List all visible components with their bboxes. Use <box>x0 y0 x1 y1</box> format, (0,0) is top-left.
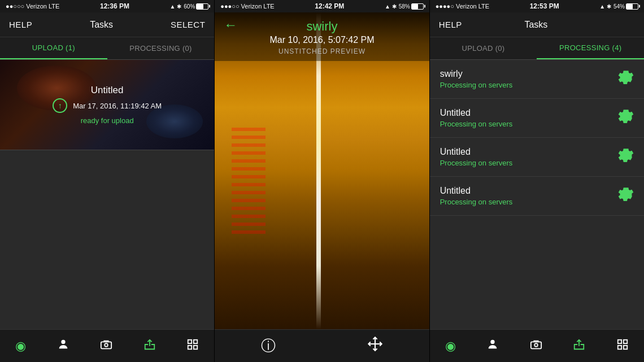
upload-title: Untitled <box>91 85 124 96</box>
battery-1: 60% <box>184 3 208 10</box>
gear-icon-1[interactable] <box>618 108 634 128</box>
share-icon-1[interactable] <box>143 338 156 354</box>
nav-help-3[interactable]: HELP <box>439 20 462 29</box>
signal-icon-2: ▲ ✱ <box>385 3 397 10</box>
sphere-icon-3[interactable]: ◉ <box>445 339 456 354</box>
nav-title-3: Tasks <box>524 20 547 30</box>
sphere-icon-1[interactable]: ◉ <box>15 339 26 354</box>
svg-rect-13 <box>624 339 627 343</box>
processing-name-3: Untitled <box>440 186 618 196</box>
svg-rect-12 <box>617 339 621 343</box>
processing-item-0[interactable]: swirly Processing on servers <box>430 60 644 99</box>
share-icon-3[interactable] <box>573 338 585 354</box>
tab-bar-3: UPLOAD (0) PROCESSING (4) <box>430 37 644 60</box>
processing-name-2: Untitled <box>440 147 618 157</box>
image-header: ← swirly Mar 10, 2016, 5:07:42 PM UNSTIT… <box>215 12 429 61</box>
nav-bar-1: HELP Tasks SELECT <box>0 12 214 37</box>
status-bar-1: ●●○○○ Verizon LTE 12:36 PM ▲ ✱ 60% <box>0 0 214 12</box>
panel-3: ●●●●○ Verizon LTE 12:53 PM ▲ ✱ 54% HELP … <box>430 0 644 362</box>
person-icon-3[interactable] <box>486 338 499 354</box>
person-icon-1[interactable] <box>57 338 69 354</box>
nav-select-1[interactable]: SELECT <box>171 20 205 29</box>
signal-icon-3: ▲ ✱ <box>599 3 611 10</box>
layers-icon-3[interactable] <box>616 338 629 354</box>
svg-rect-5 <box>188 345 192 348</box>
status-icons-1: ▲ ✱ 60% <box>170 3 209 10</box>
status-icons-2: ▲ ✱ 58% <box>385 3 424 10</box>
bottom-nav-2: ⓘ <box>215 329 429 362</box>
tab-upload-1[interactable]: UPLOAD (1) <box>0 37 107 59</box>
carrier-2: ●●●○○ Verizon LTE <box>220 3 274 10</box>
svg-point-2 <box>105 343 108 347</box>
move-icon-2[interactable] <box>367 336 383 356</box>
battery-2: 58% <box>399 3 424 10</box>
signal-icon-1: ▲ ✱ <box>170 3 182 10</box>
image-name: swirly <box>226 19 417 34</box>
upload-item-1[interactable]: Untitled ↑ Mar 17, 2016, 11:19:42 AM rea… <box>0 60 214 150</box>
svg-rect-6 <box>194 345 197 348</box>
processing-status-1: Processing on servers <box>440 120 618 128</box>
processing-text-1: Untitled Processing on servers <box>440 108 618 128</box>
upload-date-row: ↑ Mar 17, 2016, 11:19:42 AM <box>53 98 162 113</box>
bottom-nav-1: ◉ <box>0 329 214 362</box>
image-container[interactable]: ← swirly Mar 10, 2016, 5:07:42 PM UNSTIT… <box>215 12 429 329</box>
tab-bar-1: UPLOAD (1) PROCESSING (0) <box>0 37 214 60</box>
processing-name-0: swirly <box>440 69 618 79</box>
layers-icon-1[interactable] <box>186 338 199 354</box>
status-bar-2: ●●●○○ Verizon LTE 12:42 PM ▲ ✱ 58% <box>215 0 429 12</box>
camera-icon-3[interactable] <box>530 338 542 354</box>
nav-bar-3: HELP Tasks <box>430 12 644 37</box>
processing-item-1[interactable]: Untitled Processing on servers <box>430 99 644 138</box>
bottom-nav-3: ◉ <box>430 329 644 362</box>
panel-2: ●●●○○ Verizon LTE 12:42 PM ▲ ✱ 58% ← swi… <box>215 0 429 362</box>
svg-rect-3 <box>188 339 192 343</box>
processing-status-0: Processing on servers <box>440 81 618 89</box>
panel-1: ●●○○○ Verizon LTE 12:36 PM ▲ ✱ 60% HELP … <box>0 0 214 362</box>
processing-item-3[interactable]: Untitled Processing on servers <box>430 177 644 216</box>
time-3: 12:53 PM <box>530 2 559 10</box>
svg-rect-1 <box>101 342 111 348</box>
upload-arrow-icon: ↑ <box>53 98 67 113</box>
nav-title-1: Tasks <box>90 20 113 30</box>
battery-3: 54% <box>613 3 638 10</box>
svg-point-0 <box>61 339 65 343</box>
upload-status: ready for upload <box>81 116 134 125</box>
processing-name-1: Untitled <box>440 108 618 118</box>
carrier-1: ●●○○○ Verizon LTE <box>6 3 59 10</box>
info-icon-2[interactable]: ⓘ <box>261 336 276 356</box>
tab-upload-3[interactable]: UPLOAD (0) <box>430 37 537 59</box>
tab-processing-1[interactable]: PROCESSING (0) <box>107 37 215 59</box>
processing-status-3: Processing on servers <box>440 198 618 206</box>
image-label: UNSTITCHED PREVIEW <box>226 47 417 55</box>
carrier-3: ●●●●○ Verizon LTE <box>436 3 489 10</box>
gear-icon-2[interactable] <box>618 147 634 167</box>
image-date: Mar 10, 2016, 5:07:42 PM <box>226 35 417 45</box>
nav-help-1[interactable]: HELP <box>9 20 32 29</box>
processing-list: swirly Processing on servers Untitled Pr… <box>430 60 644 329</box>
gear-icon-0[interactable] <box>618 69 634 89</box>
gear-icon-3[interactable] <box>618 186 634 206</box>
processing-item-2[interactable]: Untitled Processing on servers <box>430 138 644 177</box>
processing-status-2: Processing on servers <box>440 159 618 167</box>
upload-overlay: Untitled ↑ Mar 17, 2016, 11:19:42 AM rea… <box>0 60 214 150</box>
svg-rect-14 <box>617 345 621 348</box>
battery-bar-1 <box>196 3 208 10</box>
status-bar-3: ●●●●○ Verizon LTE 12:53 PM ▲ ✱ 54% <box>430 0 644 12</box>
tab-processing-3[interactable]: PROCESSING (4) <box>537 37 644 59</box>
battery-bar-2 <box>411 3 424 10</box>
battery-bar-3 <box>626 3 638 10</box>
processing-text-2: Untitled Processing on servers <box>440 147 618 167</box>
time-2: 12:42 PM <box>315 2 344 10</box>
time-1: 12:36 PM <box>100 2 129 10</box>
svg-rect-15 <box>624 345 627 348</box>
empty-space-1 <box>0 150 214 329</box>
processing-text-3: Untitled Processing on servers <box>440 186 618 206</box>
processing-text-0: swirly Processing on servers <box>440 69 618 89</box>
upload-date: Mar 17, 2016, 11:19:42 AM <box>73 102 162 110</box>
status-icons-3: ▲ ✱ 54% <box>599 3 638 10</box>
svg-point-11 <box>534 343 538 347</box>
svg-rect-10 <box>531 342 541 348</box>
back-arrow-icon[interactable]: ← <box>224 17 237 33</box>
camera-icon-1[interactable] <box>100 338 112 354</box>
svg-rect-4 <box>194 339 197 343</box>
